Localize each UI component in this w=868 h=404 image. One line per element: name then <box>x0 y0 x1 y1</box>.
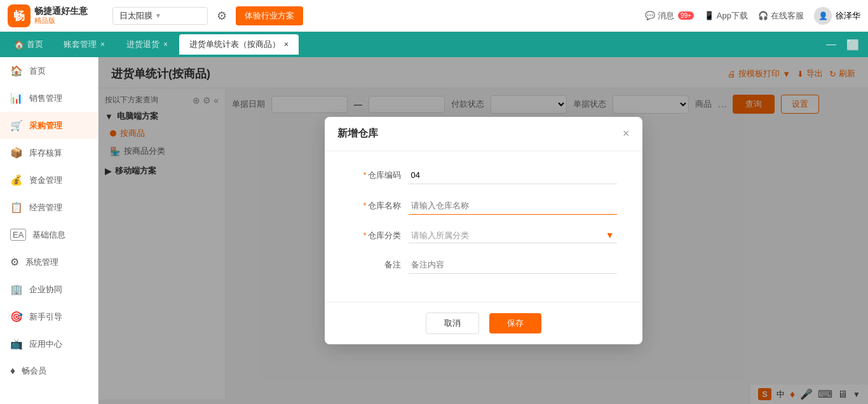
headset-icon: 🎧 <box>758 11 768 20</box>
content-area: 进货单统计(按商品) 🖨 按模板打印 ▼ ⬇ 导出 ↻ 刷新 <box>98 57 868 404</box>
required-star-name: * <box>363 201 366 210</box>
store-selector[interactable]: 日太阳膜 ▼ <box>112 7 208 25</box>
modal-body: *仓库编码 *仓库名称 *仓库分类 <box>325 151 642 302</box>
required-star-code: * <box>363 170 366 180</box>
modal-close-btn[interactable]: × <box>623 127 630 140</box>
modal-header: 新增仓库 × <box>325 117 642 151</box>
sidebar-item-sales[interactable]: 📊 销售管理 <box>0 84 98 112</box>
guide-sidebar-icon: 🎯 <box>10 311 23 323</box>
form-label-remark: 备注 <box>350 259 401 271</box>
online-service-label: 在线客服 <box>771 10 804 22</box>
sidebar-enterprise-label: 企业协同 <box>29 284 62 295</box>
sidebar-finance-label: 资金管理 <box>29 175 62 186</box>
tab-accounts[interactable]: 账套管理 × <box>53 34 115 55</box>
warehouse-remark-input[interactable] <box>409 256 617 274</box>
save-btn[interactable]: 保存 <box>489 313 541 333</box>
purchase-sidebar-icon: 🛒 <box>10 119 23 131</box>
sidebar-sales-label: 销售管理 <box>29 93 62 104</box>
sidebar-operations-label: 经营管理 <box>29 202 62 213</box>
form-row-name: *仓库名称 <box>350 197 617 215</box>
tab-purchase-return[interactable]: 进货退货 × <box>116 34 178 55</box>
form-row-code: *仓库编码 <box>350 166 617 184</box>
top-header: 畅 畅捷通好生意 精品版 日太阳膜 ▼ ⚙ 体验行业方案 💬 消息 99+ 📱 … <box>0 0 868 32</box>
tab-home-label: 首页 <box>27 39 43 50</box>
header-right: 💬 消息 99+ 📱 App下载 🎧 在线客服 👤 徐泽华 <box>645 7 860 25</box>
online-service-action[interactable]: 🎧 在线客服 <box>758 10 804 22</box>
store-name: 日太阳膜 <box>119 10 153 22</box>
sidebar-item-home[interactable]: 🏠 首页 <box>0 57 98 84</box>
modal-overlay: 新增仓库 × *仓库编码 *仓库名称 <box>98 57 868 404</box>
tab-purchase-return-close[interactable]: × <box>163 40 168 49</box>
operations-sidebar-icon: 📋 <box>10 201 23 213</box>
warehouse-name-input[interactable] <box>409 197 617 215</box>
tab-purchase-return-label: 进货退货 <box>126 39 159 50</box>
chevron-down-icon: ▼ <box>155 12 161 19</box>
required-star-category: * <box>363 231 366 240</box>
enterprise-sidebar-icon: 🏢 <box>10 283 23 295</box>
user-area[interactable]: 👤 徐泽华 <box>814 7 860 25</box>
sidebar-item-apps[interactable]: 📺 应用中心 <box>0 330 98 358</box>
vip-sidebar-icon: ♦ <box>10 365 15 377</box>
tab-home[interactable]: 🏠 首页 <box>5 34 52 55</box>
form-label-code: *仓库编码 <box>350 170 401 181</box>
app-download-action[interactable]: 📱 App下载 <box>704 10 748 22</box>
tab-controls: — ⬜ <box>822 37 863 52</box>
modal-title: 新增仓库 <box>337 127 378 140</box>
avatar-icon: 👤 <box>818 11 828 20</box>
sidebar-item-vip[interactable]: ♦ 畅会员 <box>0 358 98 384</box>
form-row-category: *仓库分类 请输入所属分类 ▼ <box>350 227 617 243</box>
sidebar-item-system[interactable]: ⚙ 系统管理 <box>0 248 98 276</box>
message-label: 消息 <box>658 10 674 22</box>
settings-icon[interactable]: ⚙ <box>214 6 229 25</box>
logo-area: 畅 畅捷通好生意 精品版 <box>8 4 106 27</box>
home-icon: 🏠 <box>14 40 24 50</box>
trial-btn[interactable]: 体验行业方案 <box>236 6 303 25</box>
inventory-sidebar-icon: 📦 <box>10 147 23 159</box>
select-arrow-icon: ▼ <box>606 230 614 240</box>
tab-bar: 🏠 首页 账套管理 × 进货退货 × 进货单统计表（按商品） × — ⬜ <box>0 32 868 57</box>
tab-accounts-close[interactable]: × <box>100 40 105 49</box>
logo-icon: 畅 <box>8 4 31 27</box>
sidebar-guide-label: 新手引导 <box>29 311 62 323</box>
sidebar-vip-label: 畅会员 <box>22 365 46 377</box>
sidebar-item-operations[interactable]: 📋 经营管理 <box>0 194 98 221</box>
mobile-icon: 📱 <box>704 11 714 20</box>
app-download-label: App下载 <box>717 10 748 22</box>
avatar: 👤 <box>814 7 832 25</box>
message-action[interactable]: 💬 消息 99+ <box>645 10 694 22</box>
basics-sidebar-icon: EA <box>10 229 26 241</box>
message-icon: 💬 <box>645 11 655 20</box>
sidebar: 🏠 首页 📊 销售管理 🛒 采购管理 📦 库存核算 💰 资金管理 📋 经营管理 … <box>0 57 98 404</box>
logo-title: 畅捷通好生意 <box>34 6 88 17</box>
modal-add-warehouse: 新增仓库 × *仓库编码 *仓库名称 <box>325 117 642 344</box>
home-sidebar-icon: 🏠 <box>10 65 23 77</box>
warehouse-category-select[interactable]: 请输入所属分类 <box>411 231 606 240</box>
sidebar-item-purchase[interactable]: 🛒 采购管理 <box>0 112 98 139</box>
cancel-btn[interactable]: 取消 <box>426 313 479 334</box>
tab-accounts-label: 账套管理 <box>64 39 97 50</box>
sidebar-item-basics[interactable]: EA 基础信息 <box>0 221 98 248</box>
tab-purchase-stats[interactable]: 进货单统计表（按商品） × <box>179 34 299 55</box>
modal-footer: 取消 保存 <box>325 302 642 344</box>
sidebar-inventory-label: 库存核算 <box>29 147 62 159</box>
sidebar-item-finance[interactable]: 💰 资金管理 <box>0 166 98 194</box>
apps-sidebar-icon: 📺 <box>10 338 23 350</box>
sidebar-item-guide[interactable]: 🎯 新手引导 <box>0 303 98 330</box>
sidebar-item-inventory[interactable]: 📦 库存核算 <box>0 139 98 166</box>
system-sidebar-icon: ⚙ <box>10 256 19 268</box>
tab-purchase-stats-close[interactable]: × <box>284 40 288 49</box>
tab-maximize-icon[interactable]: ⬜ <box>843 37 863 52</box>
finance-sidebar-icon: 💰 <box>10 174 23 186</box>
warehouse-category-wrapper: 请输入所属分类 ▼ <box>409 227 617 243</box>
sidebar-basics-label: 基础信息 <box>32 229 65 241</box>
message-badge: 99+ <box>678 11 694 20</box>
form-row-remark: 备注 <box>350 256 617 274</box>
warehouse-code-input[interactable] <box>409 166 617 184</box>
tab-purchase-stats-label: 进货单统计表（按商品） <box>189 39 280 50</box>
user-name: 徐泽华 <box>836 10 860 22</box>
logo-sub: 精品版 <box>34 16 88 25</box>
tab-minimize-icon[interactable]: — <box>822 37 840 51</box>
sidebar-item-enterprise[interactable]: 🏢 企业协同 <box>0 276 98 303</box>
sidebar-home-label: 首页 <box>29 65 46 77</box>
form-label-category: *仓库分类 <box>350 230 401 241</box>
